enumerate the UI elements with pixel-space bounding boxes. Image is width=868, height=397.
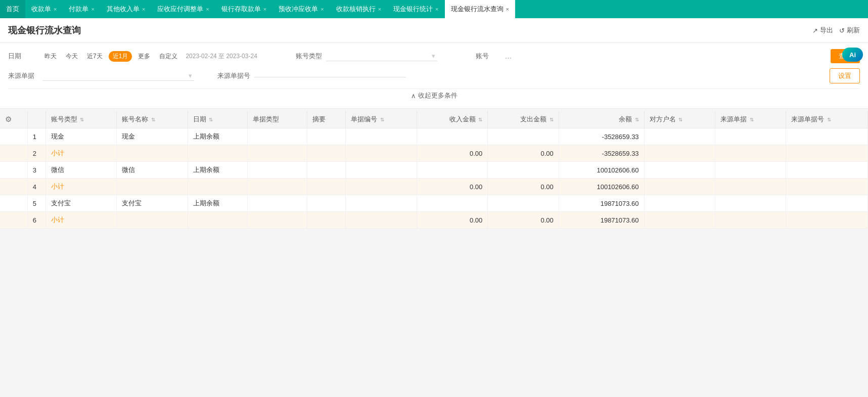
source-doc-no-input[interactable]: [254, 75, 406, 77]
table-cell: [0, 162, 27, 179]
nav-tab-liushui[interactable]: 现金银行流水查询 ×: [445, 0, 515, 18]
export-button[interactable]: ↗ 导出: [812, 26, 833, 35]
table-cell: [247, 145, 307, 162]
table-cell: [346, 128, 417, 145]
table-cell: [715, 212, 786, 229]
settings-icon[interactable]: ⚙: [5, 115, 12, 123]
table-cell: [346, 145, 417, 162]
table-cell: [786, 179, 868, 195]
date-btn-more[interactable]: 更多: [135, 51, 153, 62]
table-cell: 小计: [45, 212, 116, 229]
close-icon[interactable]: ×: [378, 6, 381, 12]
account-type-select[interactable]: ▾: [326, 51, 437, 61]
nav-tab-yushouchen[interactable]: 预收冲应收单 ×: [272, 0, 330, 18]
refresh-button[interactable]: ↺ 刷新: [839, 26, 860, 35]
account-ellipsis[interactable]: ...: [505, 52, 512, 61]
sort-icon: ⇅: [380, 117, 384, 122]
nav-tab-yinhangcunqu[interactable]: 银行存取款单 ×: [215, 0, 272, 18]
nav-tab-yingshouyingfu[interactable]: 应收应付调整单 ×: [151, 0, 215, 18]
col-source-doc-no-label: 来源单据号: [791, 115, 824, 123]
col-account-type-label: 账号类型: [51, 115, 77, 123]
col-expense[interactable]: 支出金额 ⇅: [488, 111, 559, 128]
table-cell: [307, 212, 346, 229]
nav-tab-qitashourudan[interactable]: 其他收入单 ×: [101, 0, 151, 18]
sort-icon: ⇅: [750, 117, 754, 122]
close-icon[interactable]: ×: [54, 6, 57, 12]
ai-button[interactable]: Ai: [842, 48, 863, 62]
nav-tab-shoukuandan[interactable]: 收款单 ×: [25, 0, 63, 18]
nav-tab-label: 现金银行统计: [393, 5, 433, 14]
close-icon[interactable]: ×: [321, 6, 324, 12]
date-btn-1month[interactable]: 近1月: [109, 51, 132, 62]
date-btn-today[interactable]: 今天: [63, 51, 81, 62]
close-icon[interactable]: ×: [91, 6, 94, 12]
nav-tab-xianjinyinhang[interactable]: 现金银行统计 ×: [387, 0, 444, 18]
table-cell: 0.00: [417, 145, 487, 162]
table-cell: 19871073.60: [559, 212, 644, 229]
col-counterpart[interactable]: 对方户名 ⇅: [644, 111, 715, 128]
table-cell: 支付宝: [45, 195, 116, 212]
col-source-doc-label: 来源单据: [720, 115, 747, 123]
nav-tab-label: 其他收入单: [107, 5, 140, 14]
table-cell: [247, 128, 307, 145]
table-cell: [188, 145, 247, 162]
filter-area: 日期 昨天 今天 近7天 近1月 更多 自定义 2023-02-24 至 202…: [0, 43, 868, 109]
data-table: ⚙ 账号类型 ⇅ 账号名称 ⇅ 日期 ⇅ 单据类型: [0, 111, 868, 229]
col-income[interactable]: 收入金额 ⇅: [417, 111, 487, 128]
col-account-type[interactable]: 账号类型 ⇅: [45, 111, 116, 128]
col-doc-no[interactable]: 单据编号 ⇅: [346, 111, 417, 128]
collapse-bar[interactable]: ∧ 收起更多条件: [8, 89, 860, 102]
col-date[interactable]: 日期 ⇅: [188, 111, 247, 128]
table-cell: [715, 162, 786, 179]
table-cell: [417, 162, 487, 179]
account-type-label: 账号类型: [296, 52, 322, 61]
table-cell: 100102606.60: [559, 162, 644, 179]
table-cell: [247, 162, 307, 179]
date-btn-7days[interactable]: 近7天: [84, 51, 106, 62]
source-doc-select[interactable]: ▾: [42, 71, 194, 81]
setting-button[interactable]: 设置: [830, 68, 860, 83]
close-icon[interactable]: ×: [435, 6, 438, 12]
filter-row-2: 来源单据 ▾ 来源单据号 设置: [8, 68, 860, 83]
col-source-doc-no[interactable]: 来源单据号 ⇅: [786, 111, 868, 128]
col-doc-type: 单据类型: [247, 111, 307, 128]
nav-tab-shoukuanhexiao[interactable]: 收款核销执行 ×: [330, 0, 387, 18]
refresh-label: 刷新: [847, 26, 860, 35]
col-settings[interactable]: ⚙: [0, 111, 27, 128]
col-date-label: 日期: [193, 115, 206, 123]
sort-icon: ⇅: [635, 117, 639, 122]
table-row: 1现金现金上期余额-3528659.33: [0, 128, 868, 145]
col-source-doc[interactable]: 来源单据 ⇅: [715, 111, 786, 128]
close-icon[interactable]: ×: [506, 6, 509, 12]
nav-tab-fukuandan[interactable]: 付款单 ×: [63, 0, 100, 18]
table-cell: [644, 195, 715, 212]
account-label: 账号: [476, 52, 501, 61]
table-cell: 0.00: [488, 145, 559, 162]
date-btn-yesterday[interactable]: 昨天: [41, 51, 60, 62]
table-cell: 2: [27, 145, 45, 162]
date-btn-custom[interactable]: 自定义: [156, 51, 180, 62]
col-account-name[interactable]: 账号名称 ⇅: [117, 111, 188, 128]
col-income-label: 收入金额: [449, 115, 476, 123]
col-balance[interactable]: 余额 ⇅: [559, 111, 644, 128]
chevron-down-icon: ▾: [432, 52, 435, 60]
table-row: 3微信微信上期余额100102606.60: [0, 162, 868, 179]
nav-home[interactable]: 首页: [0, 0, 25, 18]
table-row: 2小计0.000.00-3528659.33: [0, 145, 868, 162]
close-icon[interactable]: ×: [263, 6, 266, 12]
nav-tab-label: 付款单: [69, 5, 88, 14]
nav-tab-label: 现金银行流水查询: [451, 5, 504, 14]
table-cell: [0, 128, 27, 145]
table-container: ⚙ 账号类型 ⇅ 账号名称 ⇅ 日期 ⇅ 单据类型: [0, 111, 868, 229]
table-cell: [247, 179, 307, 195]
table-cell: [786, 145, 868, 162]
table-cell: [644, 145, 715, 162]
table-cell: 100102606.60: [559, 179, 644, 195]
export-icon: ↗: [812, 27, 818, 34]
close-icon[interactable]: ×: [206, 6, 209, 12]
table-cell: 0.00: [488, 179, 559, 195]
date-filter-label: 日期: [8, 52, 33, 61]
date-options: 昨天 今天 近7天 近1月 更多 自定义 2023-02-24 至 2023-0…: [41, 51, 257, 62]
close-icon[interactable]: ×: [142, 6, 145, 12]
table-cell: [0, 179, 27, 195]
